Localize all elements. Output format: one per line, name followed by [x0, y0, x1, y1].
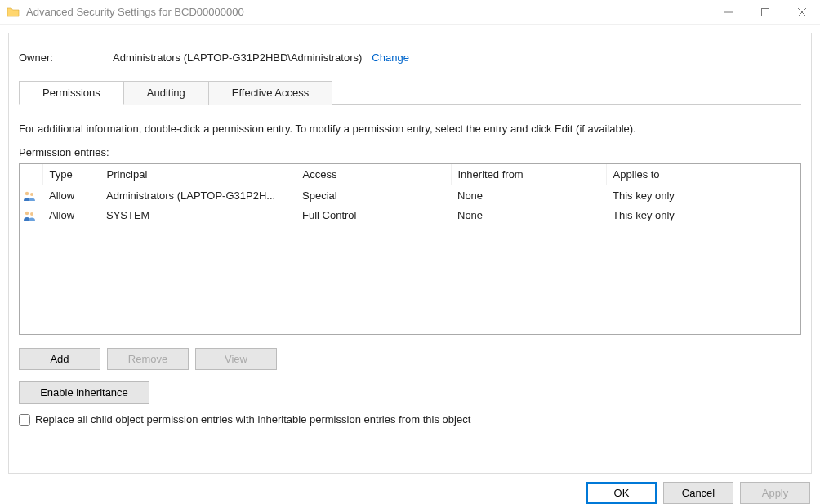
cell-principal: SYSTEM [100, 206, 296, 226]
cell-inherited: None [451, 185, 606, 206]
owner-label: Owner: [19, 51, 113, 64]
svg-point-6 [25, 212, 29, 215]
titlebar: Advanced Security Settings for BCD000000… [0, 0, 820, 25]
cell-inherited: None [451, 206, 606, 226]
cell-principal: Administrators (LAPTOP-G31P2H... [100, 185, 296, 206]
replace-inheritable-checkbox[interactable] [19, 414, 30, 426]
table-row[interactable]: Allow SYSTEM Full Control None This key … [20, 206, 800, 226]
svg-rect-1 [761, 8, 769, 16]
owner-value: Administrators (LAPTOP-G31P2HBD\Administ… [113, 51, 362, 64]
column-header-applies[interactable]: Applies to [606, 164, 800, 185]
tabs: Permissions Auditing Effective Access [19, 80, 801, 105]
cell-applies: This key only [606, 185, 800, 206]
owner-change-link[interactable]: Change [372, 51, 409, 64]
tab-effective-access[interactable]: Effective Access [209, 81, 332, 105]
table-header-row: Type Principal Access Inherited from App… [20, 164, 800, 185]
tab-auditing[interactable]: Auditing [124, 81, 209, 105]
users-icon [23, 190, 36, 203]
cell-access: Full Control [296, 206, 451, 226]
window-title: Advanced Security Settings for BCD000000… [26, 6, 710, 18]
replace-inheritable-checkbox-row[interactable]: Replace all child object permission entr… [19, 413, 801, 426]
column-header-principal[interactable]: Principal [100, 164, 296, 185]
close-button[interactable] [783, 0, 820, 25]
content-area: Owner: Administrators (LAPTOP-G31P2HBD\A… [0, 25, 820, 474]
column-header-type[interactable]: Type [42, 164, 100, 185]
svg-point-4 [25, 191, 29, 194]
permission-entries-table: Type Principal Access Inherited from App… [19, 163, 801, 335]
users-icon [23, 209, 36, 222]
column-header-icon[interactable] [20, 164, 42, 185]
column-header-inherited[interactable]: Inherited from [451, 164, 606, 185]
minimize-button[interactable] [710, 0, 746, 25]
tab-permissions[interactable]: Permissions [19, 81, 124, 105]
replace-inheritable-label: Replace all child object permission entr… [35, 413, 470, 426]
folder-icon [7, 6, 20, 19]
view-button[interactable]: View [195, 348, 277, 370]
cell-applies: This key only [606, 206, 800, 226]
svg-point-5 [30, 193, 33, 196]
cancel-button[interactable]: Cancel [663, 482, 733, 504]
advanced-security-window: Advanced Security Settings for BCD000000… [0, 0, 820, 504]
cell-access: Special [296, 185, 451, 206]
maximize-button[interactable] [746, 0, 783, 25]
cell-type: Allow [42, 206, 100, 226]
instruction-text: For additional information, double-click… [19, 123, 801, 135]
cell-type: Allow [42, 185, 100, 206]
owner-row: Owner: Administrators (LAPTOP-G31P2HBD\A… [19, 51, 801, 64]
remove-button[interactable]: Remove [107, 348, 189, 370]
entry-buttons: Add Remove View [19, 348, 801, 370]
enable-inheritance-button[interactable]: Enable inheritance [19, 381, 149, 404]
table-row[interactable]: Allow Administrators (LAPTOP-G31P2H... S… [20, 185, 800, 206]
ok-button[interactable]: OK [586, 482, 657, 504]
apply-button[interactable]: Apply [740, 482, 810, 504]
svg-point-7 [30, 212, 33, 216]
inner-panel: Owner: Administrators (LAPTOP-G31P2HBD\A… [8, 33, 812, 474]
add-button[interactable]: Add [19, 348, 100, 370]
entries-label: Permission entries: [19, 146, 801, 158]
dialog-footer: OK Cancel Apply [0, 474, 820, 504]
column-header-access[interactable]: Access [296, 164, 451, 185]
